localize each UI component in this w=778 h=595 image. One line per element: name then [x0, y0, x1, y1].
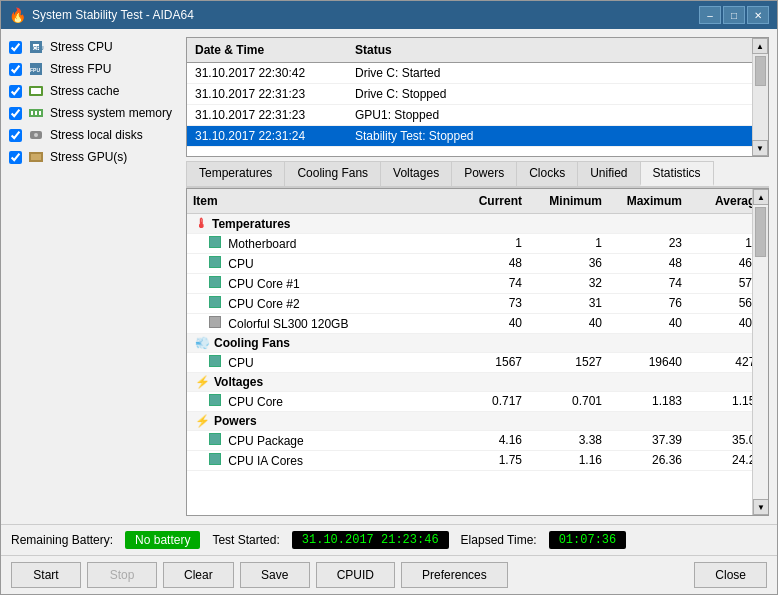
tabs-area: Temperatures Cooling Fans Voltages Power… [186, 157, 769, 188]
right-panel: Date & Time Status 31.10.2017 22:30:42 D… [186, 29, 777, 524]
stats-cell-mb-max: 23 [608, 234, 688, 253]
stats-cell-cpupkg-min: 3.38 [528, 431, 608, 450]
checkbox-cache[interactable]: Stress cache [9, 81, 178, 101]
tab-clocks[interactable]: Clocks [516, 161, 578, 186]
checkbox-fpu-input[interactable] [9, 63, 22, 76]
checkbox-gpu-label: Stress GPU(s) [50, 150, 127, 164]
main-content: CPU Stress CPU FPU Stress FPU Stress cac… [1, 29, 777, 524]
log-header: Date & Time Status [187, 38, 768, 63]
stats-cell-cpupkg-current: 4.16 [448, 431, 528, 450]
stats-cell-core1-max: 74 [608, 274, 688, 293]
maximize-button[interactable]: □ [723, 6, 745, 24]
tab-unified[interactable]: Unified [577, 161, 640, 186]
stats-cell-core2-current: 73 [448, 294, 528, 313]
save-button[interactable]: Save [240, 562, 310, 588]
clear-button[interactable]: Clear [163, 562, 234, 588]
svg-rect-9 [35, 111, 37, 115]
close-button[interactable]: Close [694, 562, 767, 588]
stats-row-cpu-temp: CPU 48 36 48 46.3 [187, 254, 768, 274]
log-cell-date: 31.10.2017 22:31:23 [187, 86, 347, 102]
stats-cell-core2-min: 31 [528, 294, 608, 313]
stats-row-cpu-fan: CPU 1567 1527 19640 4271 [187, 353, 768, 373]
stats-scrollbar-thumb[interactable] [755, 207, 766, 257]
log-cell-date: 31.10.2017 22:30:42 [187, 65, 347, 81]
svg-point-12 [34, 133, 38, 137]
stats-col-maximum: Maximum [608, 192, 688, 210]
stats-body: 🌡 Temperatures Motherboard [187, 214, 768, 514]
svg-rect-8 [31, 111, 33, 115]
window-close-button[interactable]: ✕ [747, 6, 769, 24]
checkbox-cpu[interactable]: CPU Stress CPU [9, 37, 178, 57]
checkbox-cpu-label: Stress CPU [50, 40, 113, 54]
status-bar: Remaining Battery: No battery Test Start… [1, 524, 777, 555]
checkbox-gpu[interactable]: Stress GPU(s) [9, 147, 178, 167]
gpu-icon [28, 149, 44, 165]
preferences-button[interactable]: Preferences [401, 562, 508, 588]
stats-row-cpu-voltage: CPU Core 0.717 0.701 1.183 1.151 [187, 392, 768, 412]
log-scrollbar-up[interactable]: ▲ [752, 38, 768, 54]
stats-row-cpu-core1: CPU Core #1 74 32 74 57.6 [187, 274, 768, 294]
log-cell-date: 31.10.2017 22:31:23 [187, 107, 347, 123]
stats-row-cpu-package: CPU Package 4.16 3.38 37.39 35.01 [187, 431, 768, 451]
checkbox-memory[interactable]: Stress system memory [9, 103, 178, 123]
log-scrollbar-down[interactable]: ▼ [752, 140, 768, 156]
bottom-bar: Start Stop Clear Save CPUID Preferences … [1, 555, 777, 594]
stats-scrollbar-down[interactable]: ▼ [753, 499, 769, 515]
checkbox-gpu-input[interactable] [9, 151, 22, 164]
checkbox-fpu-label: Stress FPU [50, 62, 111, 76]
log-col-date-header: Date & Time [187, 41, 347, 59]
svg-text:FPU: FPU [30, 67, 40, 73]
stop-button[interactable]: Stop [87, 562, 157, 588]
checkbox-disk[interactable]: Stress local disks [9, 125, 178, 145]
log-row-selected[interactable]: 31.10.2017 22:31:24 Stability Test: Stop… [187, 126, 768, 147]
minimize-button[interactable]: – [699, 6, 721, 24]
svg-rect-10 [39, 111, 41, 115]
cpuid-button[interactable]: CPUID [316, 562, 395, 588]
main-window: 🔥 System Stability Test - AIDA64 – □ ✕ C… [0, 0, 778, 595]
log-scrollbar-thumb[interactable] [755, 56, 766, 86]
left-panel: CPU Stress CPU FPU Stress FPU Stress cac… [1, 29, 186, 524]
svg-text:CPU: CPU [33, 45, 44, 51]
stats-category-powers: ⚡ Powers [187, 412, 768, 431]
log-row[interactable]: 31.10.2017 22:31:23 Drive C: Stopped [187, 84, 768, 105]
tab-voltages[interactable]: Voltages [380, 161, 452, 186]
checkbox-memory-input[interactable] [9, 107, 22, 120]
stats-cell-core1-label: CPU Core #1 [187, 274, 448, 293]
stats-cell-cpu-label: CPU [187, 254, 448, 273]
stats-cell-cpupkg-max: 37.39 [608, 431, 688, 450]
stats-cell-cpufan-current: 1567 [448, 353, 528, 372]
stats-scrollbar-up[interactable]: ▲ [753, 189, 769, 205]
stats-category-volt-label: ⚡ Voltages [187, 373, 448, 391]
test-started-value: 31.10.2017 21:23:46 [292, 531, 449, 549]
checkbox-disk-input[interactable] [9, 129, 22, 142]
tab-temperatures[interactable]: Temperatures [186, 161, 285, 186]
title-bar-controls: – □ ✕ [699, 6, 769, 24]
log-row[interactable]: 31.10.2017 22:30:42 Drive C: Started [187, 63, 768, 84]
stats-category-voltages: ⚡ Voltages [187, 373, 768, 392]
cache-icon [28, 83, 44, 99]
window-title: System Stability Test - AIDA64 [32, 8, 194, 22]
stats-cell-core2-label: CPU Core #2 [187, 294, 448, 313]
stats-col-item: Item [187, 192, 448, 210]
stats-cell-cpuia-max: 26.36 [608, 451, 688, 470]
checkbox-cache-input[interactable] [9, 85, 22, 98]
start-button[interactable]: Start [11, 562, 81, 588]
stats-row-cpu-core2: CPU Core #2 73 31 76 56.1 [187, 294, 768, 314]
checkbox-fpu[interactable]: FPU Stress FPU [9, 59, 178, 79]
fpu-icon: FPU [28, 61, 44, 77]
checkbox-cpu-input[interactable] [9, 41, 22, 54]
log-row[interactable]: 31.10.2017 22:31:23 GPU1: Stopped [187, 105, 768, 126]
stats-cell-mb-min: 1 [528, 234, 608, 253]
stats-cell-cpuia-min: 1.16 [528, 451, 608, 470]
log-cell-status: Drive C: Stopped [347, 86, 768, 102]
tab-statistics[interactable]: Statistics [640, 161, 714, 186]
power-category-icon: ⚡ [195, 414, 210, 428]
cpu-icon: CPU [28, 39, 44, 55]
stats-cell-mb-current: 1 [448, 234, 528, 253]
stats-cell-core1-min: 32 [528, 274, 608, 293]
stats-cell-cpupkg-label: CPU Package [187, 431, 448, 450]
tab-powers[interactable]: Powers [451, 161, 517, 186]
tab-cooling[interactable]: Cooling Fans [284, 161, 381, 186]
cpu-temp-icon [209, 256, 221, 268]
log-cell-status: Stability Test: Stopped [347, 128, 768, 144]
